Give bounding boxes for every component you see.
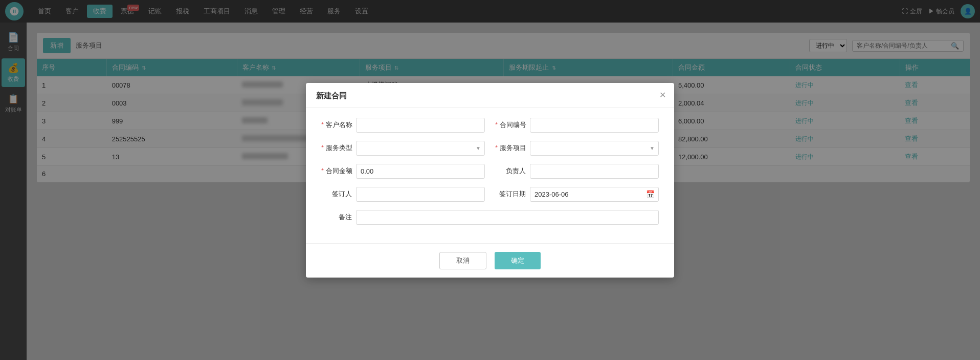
dialog-title: 新建合同 <box>316 91 347 100</box>
dialog-header: 新建合同 ✕ <box>306 83 674 108</box>
form-group-remarks: 备注 <box>321 210 659 225</box>
main-layout: 📄 合同 💰 收费 📋 对账单 新增 服务项目 进行中 已完成 已终止 <box>0 23 980 360</box>
confirm-button[interactable]: 确定 <box>495 252 541 269</box>
service-item-select[interactable] <box>530 141 659 156</box>
form-row-3: 合同金额 负责人 <box>321 164 659 179</box>
responsible-person-input[interactable] <box>530 164 659 179</box>
sign-date-wrapper: 📅 <box>530 187 659 202</box>
form-group-amount: 合同金额 <box>321 164 485 179</box>
service-type-select-wrapper: ▼ <box>356 141 485 156</box>
form-group-signer: 签订人 <box>321 187 485 202</box>
form-group-customer: 客户名称 <box>321 118 485 133</box>
contract-amount-input[interactable] <box>356 164 485 179</box>
form-row-5: 备注 <box>321 210 659 225</box>
remarks-input[interactable] <box>356 210 659 225</box>
responsible-person-label: 负责人 <box>495 166 526 176</box>
service-item-select-wrapper: ▼ <box>530 141 659 156</box>
form-group-service-type: 服务类型 ▼ <box>321 141 485 156</box>
sign-date-input[interactable] <box>530 187 659 202</box>
dialog-body: 客户名称 合同编号 服务类型 <box>306 108 674 243</box>
form-group-responsible: 负责人 <box>495 164 659 179</box>
remarks-label: 备注 <box>321 213 352 222</box>
service-type-label: 服务类型 <box>321 143 352 153</box>
form-group-sign-date: 签订日期 📅 <box>495 187 659 202</box>
dialog-overlay: 新建合同 ✕ 客户名称 合同编号 <box>27 23 980 360</box>
customer-name-label: 客户名称 <box>321 120 352 130</box>
service-type-select[interactable] <box>356 141 485 156</box>
contract-amount-label: 合同金额 <box>321 166 352 176</box>
form-row-4: 签订人 签订日期 📅 <box>321 187 659 202</box>
form-group-service-item: 服务项目 ▼ <box>495 141 659 156</box>
customer-name-input[interactable] <box>356 118 485 133</box>
cancel-button[interactable]: 取消 <box>439 252 486 269</box>
content-area: 新增 服务项目 进行中 已完成 已终止 🔍 序号 <box>27 23 980 360</box>
form-group-contract-no: 合同编号 <box>495 118 659 133</box>
contract-no-input[interactable] <box>530 118 659 133</box>
dialog: 新建合同 ✕ 客户名称 合同编号 <box>306 83 674 278</box>
dialog-footer: 取消 确定 <box>306 243 674 278</box>
dialog-close-button[interactable]: ✕ <box>659 90 666 100</box>
contract-no-label: 合同编号 <box>495 120 526 130</box>
form-row-1: 客户名称 合同编号 <box>321 118 659 133</box>
signer-label: 签订人 <box>321 189 352 199</box>
form-row-2: 服务类型 ▼ 服务项目 ▼ <box>321 141 659 156</box>
signer-input[interactable] <box>356 187 485 202</box>
service-item-label: 服务项目 <box>495 143 526 153</box>
sign-date-label: 签订日期 <box>495 189 526 199</box>
